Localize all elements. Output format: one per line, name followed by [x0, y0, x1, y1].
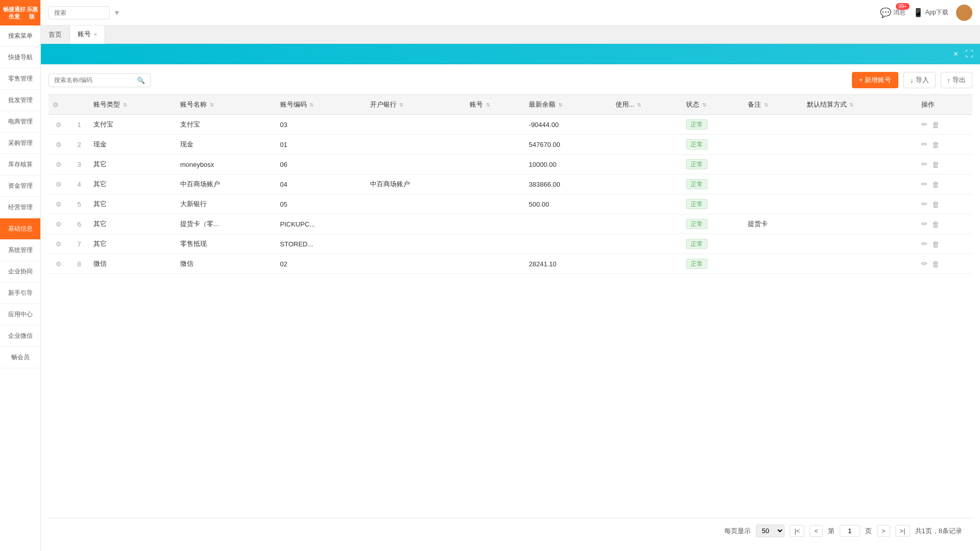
- delete-icon[interactable]: 🗑: [932, 120, 940, 129]
- sidebar-item-retail-mgmt[interactable]: 零售管理: [0, 68, 40, 90]
- col-latest-balance[interactable]: 最新余额 ⇅: [525, 95, 611, 115]
- toolbar: 🔍 + 新增账号 ↓ 导入 ↑ 导出: [48, 72, 972, 88]
- page-header-bar: × ⛶: [41, 44, 980, 64]
- col-account-code[interactable]: 账号编码 ⇅: [276, 95, 366, 115]
- sidebar-item-new-guide[interactable]: 新手引导: [0, 283, 40, 304]
- col-account[interactable]: 账号 ⇅: [465, 95, 525, 115]
- row-remark: [744, 155, 803, 174]
- content-area: 🔍 + 新增账号 ↓ 导入 ↑ 导出 ⚙: [41, 64, 980, 551]
- col-default-settlement[interactable]: 默认结算方式 ⇅: [803, 95, 917, 115]
- per-page-label: 每页显示: [724, 527, 751, 536]
- delete-icon[interactable]: 🗑: [932, 220, 940, 229]
- sidebar-item-operations-mgmt[interactable]: 经营管理: [0, 197, 40, 218]
- edit-icon[interactable]: ✏: [921, 120, 928, 129]
- row-account: [465, 174, 525, 194]
- header-dropdown-icon[interactable]: ▾: [115, 8, 119, 17]
- sidebar-item-system-mgmt[interactable]: 系统管理: [0, 240, 40, 261]
- row-settings-icon[interactable]: ⚙: [56, 220, 62, 228]
- sidebar-item-enterprise-wechat[interactable]: 企业微信: [0, 325, 40, 347]
- import-button[interactable]: ↓ 导入: [903, 72, 936, 88]
- app-download-icon: 📱: [913, 8, 923, 17]
- header-right: 💬 消息 99+ 📱 App下载: [880, 5, 972, 21]
- delete-icon[interactable]: 🗑: [932, 160, 940, 169]
- row-settings-icon[interactable]: ⚙: [56, 240, 62, 248]
- delete-icon[interactable]: 🗑: [932, 260, 940, 268]
- sort-icon-account: ⇅: [486, 102, 490, 108]
- delete-icon[interactable]: 🗑: [932, 200, 940, 209]
- row-status: 正常: [682, 234, 744, 254]
- edit-icon[interactable]: ✏: [921, 239, 928, 248]
- page-suffix: 页: [865, 527, 872, 536]
- edit-icon[interactable]: ✏: [921, 199, 928, 209]
- sidebar-item-search-menu[interactable]: 搜索菜单: [0, 26, 40, 47]
- prev-page-button[interactable]: <: [810, 525, 823, 537]
- page-number-input[interactable]: [840, 525, 860, 537]
- row-account-name: 支付宝: [176, 115, 276, 135]
- last-page-button[interactable]: >|: [895, 525, 910, 537]
- first-page-button[interactable]: |<: [790, 525, 804, 537]
- sidebar-item-member[interactable]: 畅会员: [0, 347, 40, 368]
- message-button[interactable]: 💬 消息 99+: [880, 7, 905, 18]
- col-account-name[interactable]: 账号名称 ⇅: [176, 95, 276, 115]
- close-page-button[interactable]: ×: [952, 48, 960, 60]
- sidebar-item-enterprise-agreement[interactable]: 企业协同: [0, 261, 40, 283]
- next-page-button[interactable]: >: [877, 525, 890, 537]
- tab-home[interactable]: 首页: [41, 26, 70, 44]
- search-icon[interactable]: 🔍: [137, 77, 145, 84]
- sidebar-item-purchase-mgmt[interactable]: 采购管理: [0, 133, 40, 154]
- row-settings-icon[interactable]: ⚙: [56, 201, 62, 208]
- user-avatar[interactable]: [956, 5, 972, 21]
- sidebar-item-ecommerce-mgmt[interactable]: 电商管理: [0, 111, 40, 133]
- col-status[interactable]: 状态 ⇅: [682, 95, 744, 115]
- edit-icon[interactable]: ✏: [921, 219, 928, 229]
- header-search-input[interactable]: [48, 6, 110, 19]
- sort-icon-usage: ⇅: [637, 102, 641, 108]
- settings-icon[interactable]: ⚙: [53, 101, 59, 109]
- per-page-select[interactable]: 50 100 200: [756, 524, 785, 537]
- sidebar-item-quick-nav[interactable]: 快捷导航: [0, 47, 40, 68]
- col-opening-bank[interactable]: 开户银行 ⇅: [366, 95, 466, 115]
- col-account-type[interactable]: 账号类型 ⇅: [89, 95, 176, 115]
- row-action: ✏🗑: [917, 115, 972, 135]
- row-settings-icon[interactable]: ⚙: [56, 121, 62, 129]
- delete-icon[interactable]: 🗑: [932, 180, 940, 189]
- col-remark[interactable]: 备注 ⇅: [744, 95, 803, 115]
- row-settings-icon[interactable]: ⚙: [56, 260, 62, 268]
- delete-icon[interactable]: 🗑: [932, 140, 940, 149]
- sidebar-item-app-center[interactable]: 应用中心: [0, 304, 40, 325]
- row-account-code: 03: [276, 115, 366, 135]
- row-remark: [744, 135, 803, 155]
- app-download-button[interactable]: 📱 App下载: [913, 8, 948, 17]
- edit-icon[interactable]: ✏: [921, 160, 928, 169]
- sidebar-item-basic-info[interactable]: 基础信息: [0, 218, 40, 240]
- tab-account[interactable]: 账号×: [70, 26, 105, 44]
- add-account-button[interactable]: + 新增账号: [852, 72, 898, 88]
- edit-icon[interactable]: ✏: [921, 259, 928, 268]
- delete-icon[interactable]: 🗑: [932, 240, 940, 248]
- search-input[interactable]: [54, 77, 134, 84]
- sidebar-item-capital-mgmt[interactable]: 资金管理: [0, 176, 40, 197]
- col-usage[interactable]: 使用... ⇅: [611, 95, 682, 115]
- row-opening-bank: [366, 254, 466, 274]
- total-label: 共1页，8条记录: [915, 527, 962, 536]
- accounts-table-container: ⚙ 账号类型 ⇅ 账号名称 ⇅ 账号编码 ⇅ 开户银行 ⇅ 账号 ⇅ 最新余额 …: [48, 94, 972, 518]
- sidebar-item-wholesale-mgmt[interactable]: 批发管理: [0, 90, 40, 111]
- sort-icon-remark: ⇅: [764, 102, 768, 108]
- row-usage: [611, 155, 682, 174]
- row-settings-icon[interactable]: ⚙: [56, 141, 62, 148]
- row-remark: 提货卡: [744, 214, 803, 234]
- edit-icon[interactable]: ✏: [921, 180, 928, 189]
- tab-close-account[interactable]: ×: [94, 31, 97, 37]
- expand-page-button[interactable]: ⛶: [964, 48, 975, 60]
- row-default-settlement: [803, 234, 917, 254]
- logo-text-line2: 乐惠版: [26, 6, 38, 20]
- row-settings-icon[interactable]: ⚙: [56, 161, 62, 168]
- row-settings-icon[interactable]: ⚙: [56, 181, 62, 188]
- export-button[interactable]: ↑ 导出: [941, 72, 973, 88]
- row-account-code: PICKUPC...: [276, 214, 366, 234]
- row-account-type: 微信: [89, 254, 176, 274]
- row-opening-bank: [366, 234, 466, 254]
- row-account: [465, 155, 525, 174]
- edit-icon[interactable]: ✏: [921, 140, 928, 149]
- sidebar-item-inventory[interactable]: 库存核算: [0, 154, 40, 176]
